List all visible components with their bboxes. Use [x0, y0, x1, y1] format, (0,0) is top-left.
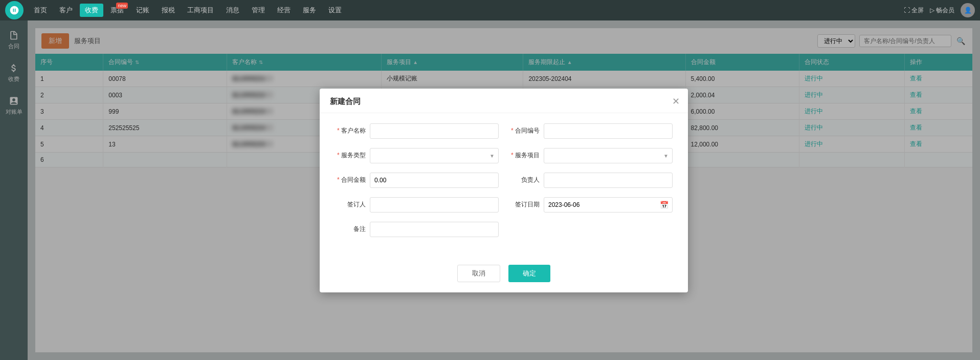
fee-icon [8, 62, 19, 74]
modal-overlay: 新建合同 ✕ 客户名称 合同编号 [28, 20, 980, 360]
form-group-service-type: 服务类型 [335, 148, 499, 163]
new-contract-modal: 新建合同 ✕ 客户名称 合同编号 [320, 89, 688, 292]
customer-name-input[interactable] [370, 123, 499, 139]
content-area: 新增 服务项目 进行中 已完成 已终止 🔍 序号 合同编 [28, 20, 980, 360]
amount-label: 合同金额 [335, 176, 366, 184]
service-type-select-wrapper [370, 148, 499, 163]
sidebar-contract-label: 合同 [8, 43, 19, 50]
nav-management[interactable]: 管理 [247, 4, 270, 17]
nav-items: 首页 客户 收费 票据 new 记账 报税 工商项目 消息 管理 经营 服务 设… [29, 4, 904, 17]
nav-service[interactable]: 服务 [298, 4, 321, 17]
sign-date-wrapper: 📅 [544, 197, 673, 213]
fullscreen-button[interactable]: ⛶ 全屏 [904, 6, 924, 15]
modal-footer: 取消 确定 [320, 257, 688, 292]
contract-icon [8, 30, 19, 41]
member-label: 畅会员 [936, 6, 954, 15]
contract-no-label: 合同编号 [509, 126, 540, 135]
nav-invoice[interactable]: 收费 [80, 4, 103, 17]
confirm-button[interactable]: 确定 [508, 265, 550, 282]
form-group-sign-date: 签订日期 📅 [509, 197, 673, 213]
nav-operation[interactable]: 经营 [272, 4, 296, 17]
customer-name-label: 客户名称 [335, 126, 366, 135]
modal-body: 客户名称 合同编号 服务类型 [320, 113, 688, 257]
cancel-button[interactable]: 取消 [457, 265, 500, 282]
form-row-4: 签订人 签订日期 📅 [335, 197, 673, 213]
form-row-5: 备注 [335, 222, 673, 237]
top-nav: 首页 客户 收费 票据 new 记账 报税 工商项目 消息 管理 经营 服务 设… [0, 0, 980, 20]
sidebar-item-fee[interactable]: 收费 [1, 58, 27, 87]
member-button[interactable]: ▷ 畅会员 [930, 6, 954, 15]
nav-business[interactable]: 工商项目 [182, 4, 219, 17]
form-group-amount: 合同金额 [335, 173, 499, 188]
fullscreen-label: 全屏 [911, 6, 924, 15]
sidebar-item-contract[interactable]: 合同 [1, 26, 27, 54]
form-group-signer: 签订人 [335, 197, 499, 213]
nav-ticket[interactable]: 票据 new [105, 4, 129, 17]
service-item-select[interactable] [544, 148, 673, 163]
form-group-responsible: 负责人 [509, 173, 673, 188]
service-item-select-wrapper [544, 148, 673, 163]
avatar[interactable]: 👤 [961, 3, 975, 17]
main-layout: 合同 收费 对账单 新增 服务项目 进行中 已完成 [0, 20, 980, 360]
sidebar-reconcile-label: 对账单 [6, 108, 23, 116]
logo [5, 1, 24, 19]
responsible-label: 负责人 [509, 176, 540, 184]
right-tools: ⛶ 全屏 ▷ 畅会员 👤 [904, 3, 975, 17]
signer-label: 签订人 [335, 200, 366, 209]
service-type-label: 服务类型 [335, 151, 366, 160]
form-row-2: 服务类型 服务项目 [335, 148, 673, 163]
left-sidebar: 合同 收费 对账单 [0, 20, 28, 360]
form-group-service-item: 服务项目 [509, 148, 673, 163]
nav-tax[interactable]: 报税 [157, 4, 180, 17]
fullscreen-icon: ⛶ [904, 7, 910, 14]
form-row-3: 合同金额 负责人 [335, 173, 673, 188]
calendar-icon[interactable]: 📅 [660, 201, 669, 209]
modal-title: 新建合同 [320, 89, 688, 113]
remark-label: 备注 [335, 225, 366, 234]
signer-input[interactable] [370, 197, 499, 213]
sign-date-label: 签订日期 [509, 200, 540, 209]
play-icon: ▷ [930, 7, 934, 14]
nav-home[interactable]: 首页 [29, 4, 52, 17]
reconcile-icon [8, 95, 19, 107]
form-group-remark: 备注 [335, 222, 499, 237]
amount-input[interactable] [370, 173, 499, 188]
sign-date-input[interactable] [544, 197, 673, 213]
contract-no-input[interactable] [544, 123, 673, 139]
service-type-select[interactable] [370, 148, 499, 163]
sidebar-item-reconcile[interactable]: 对账单 [1, 91, 27, 120]
form-group-contract-no: 合同编号 [509, 123, 673, 139]
new-badge: new [116, 3, 128, 9]
modal-close-button[interactable]: ✕ [672, 96, 680, 107]
nav-message[interactable]: 消息 [221, 4, 244, 17]
nav-bookkeeping[interactable]: 记账 [131, 4, 154, 17]
responsible-input[interactable] [544, 173, 673, 188]
nav-customer[interactable]: 客户 [54, 4, 78, 17]
nav-settings[interactable]: 设置 [323, 4, 347, 17]
remark-input[interactable] [370, 222, 499, 237]
form-group-customer: 客户名称 [335, 123, 499, 139]
form-row-1: 客户名称 合同编号 [335, 123, 673, 139]
service-item-label: 服务项目 [509, 151, 540, 160]
sidebar-fee-label: 收费 [8, 75, 19, 83]
